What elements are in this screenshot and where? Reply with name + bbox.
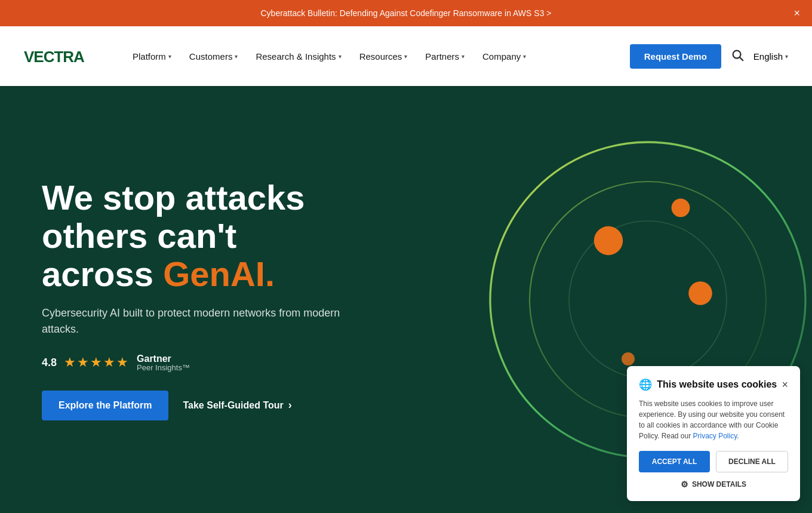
nav-menu: Platform ▾ Customers ▾ Research & Insigh… — [125, 47, 630, 66]
hero-subtitle: Cybersecurity AI built to protect modern… — [42, 305, 364, 337]
cookie-title: This website uses cookies — [657, 379, 777, 390]
cookie-banner: 🌐 This website uses cookies × This websi… — [627, 366, 800, 501]
platform-chevron-icon: ▾ — [168, 53, 171, 60]
cookie-header: 🌐 This website uses cookies × — [639, 378, 788, 391]
nav-item-platform[interactable]: Platform ▾ — [125, 47, 179, 66]
language-chevron-icon: ▾ — [785, 53, 788, 60]
explore-platform-button[interactable]: Explore the Platform — [42, 391, 168, 420]
cookie-buttons: ACCEPT ALL DECLINE ALL — [639, 451, 788, 472]
customers-chevron-icon: ▾ — [235, 53, 238, 60]
announcement-close-button[interactable]: × — [793, 8, 800, 19]
nav-actions: Request Demo English ▾ — [630, 44, 788, 69]
svg-point-9 — [622, 352, 635, 365]
nav-item-company[interactable]: Company ▾ — [475, 47, 533, 66]
partners-chevron-icon: ▾ — [462, 53, 465, 60]
show-details-button[interactable]: ⚙ SHOW DETAILS — [639, 480, 788, 489]
gear-icon: ⚙ — [681, 480, 688, 489]
navigation: VECTRA Platform ▾ Customers ▾ Research &… — [0, 26, 812, 86]
accept-all-button[interactable]: ACCEPT ALL — [639, 451, 710, 472]
svg-point-8 — [688, 281, 712, 305]
rating-stars: ★★★★★ — [64, 355, 130, 370]
nav-item-resources[interactable]: Resources ▾ — [352, 47, 415, 66]
nav-item-customers[interactable]: Customers ▾ — [182, 47, 245, 66]
announcement-banner: Cyberattack Bulletin: Defending Against … — [0, 0, 812, 26]
hero-content: We stop attacks others can't across GenA… — [0, 179, 406, 420]
hero-title: We stop attacks others can't across GenA… — [42, 179, 364, 293]
privacy-policy-link[interactable]: Privacy Policy — [693, 432, 737, 440]
search-icon — [731, 48, 744, 62]
logo-svg: VECTRA — [24, 43, 102, 67]
hero-buttons: Explore the Platform Take Self-Guided To… — [42, 391, 364, 420]
announcement-text: Cyberattack Bulletin: Defending Against … — [260, 8, 551, 18]
resources-chevron-icon: ▾ — [404, 53, 407, 60]
nav-item-partners[interactable]: Partners ▾ — [418, 47, 472, 66]
self-guided-tour-button[interactable]: Take Self-Guided Tour › — [183, 399, 291, 411]
cookie-body-text: This website uses cookies to improve use… — [639, 398, 788, 441]
hero-rating: 4.8 ★★★★★ Gartner Peer Insights™ — [42, 354, 364, 371]
decline-all-button[interactable]: DECLINE ALL — [716, 451, 788, 472]
research-chevron-icon: ▾ — [339, 53, 342, 60]
language-selector[interactable]: English ▾ — [753, 51, 788, 62]
company-chevron-icon: ▾ — [523, 53, 526, 60]
rating-score: 4.8 — [42, 357, 57, 369]
tour-arrow-icon: › — [288, 399, 292, 411]
logo[interactable]: VECTRA — [24, 43, 102, 69]
cookie-close-button[interactable]: × — [782, 379, 788, 391]
svg-text:VECTRA: VECTRA — [24, 48, 85, 66]
gartner-logo: Gartner Peer Insights™ — [137, 354, 190, 371]
globe-icon: 🌐 — [639, 378, 652, 391]
svg-point-6 — [594, 226, 623, 254]
cookie-icons: 🌐 — [639, 378, 652, 391]
svg-line-2 — [740, 57, 743, 60]
search-button[interactable] — [731, 48, 744, 64]
request-demo-button[interactable]: Request Demo — [630, 44, 721, 69]
nav-item-research[interactable]: Research & Insights ▾ — [248, 47, 348, 66]
svg-point-7 — [672, 198, 690, 217]
